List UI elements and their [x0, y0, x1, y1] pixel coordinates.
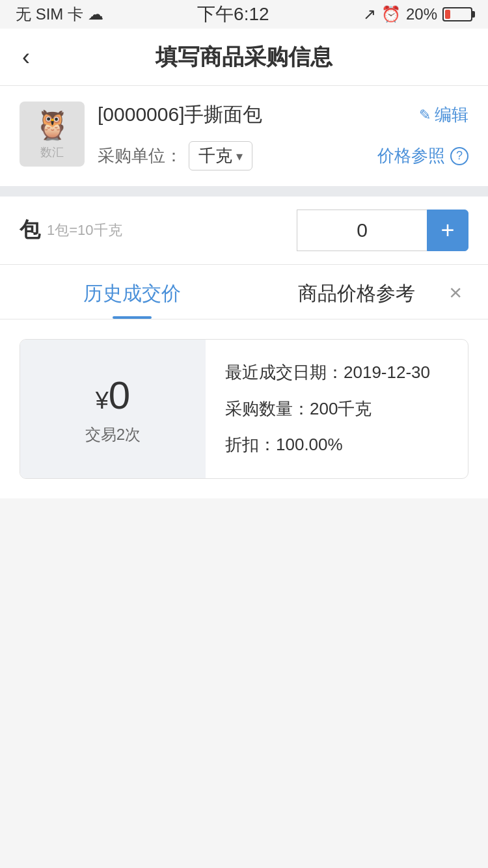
- dropdown-arrow-icon: ▾: [236, 148, 243, 164]
- status-time: 下午6:12: [197, 2, 269, 27]
- page-title: 填写商品采购信息: [156, 42, 332, 72]
- product-logo-label: 数汇: [40, 144, 64, 160]
- unit-row: 采购单位： 千克 ▾ 价格参照 ?: [98, 141, 468, 170]
- unit-selector[interactable]: 千克 ▾: [189, 141, 252, 170]
- recent-date-row: 最近成交日期：2019-12-30: [225, 359, 448, 387]
- quantity-control: 0 +: [297, 210, 468, 251]
- panel-section: 历史成交价 商品价格参考 × ¥0 交易2次 最近成交日期：2019-12-30…: [0, 265, 488, 498]
- purchase-quantity-value: 200千克: [310, 399, 372, 418]
- alarm-icon: ⏰: [381, 5, 401, 23]
- network-status: 无 SIM 卡 ☁: [16, 4, 103, 25]
- currency-symbol: ¥: [96, 387, 109, 414]
- unit-value: 千克: [198, 144, 232, 167]
- help-icon: ?: [450, 147, 468, 165]
- product-row: 🦉 数汇 [0000006]手撕面包 ✎ 编辑 采购单位： 千克 ▾: [20, 102, 468, 170]
- recent-date-value: 2019-12-30: [344, 362, 430, 382]
- quantity-section: 包 1包=10千克 0 +: [0, 197, 488, 265]
- panel-tabs: 历史成交价 商品价格参考 ×: [0, 265, 488, 319]
- price-ref-button[interactable]: 价格参照 ?: [377, 144, 468, 167]
- quantity-plus-button[interactable]: +: [427, 210, 468, 251]
- edit-button[interactable]: ✎ 编辑: [419, 103, 468, 126]
- discount-label: 折扣：: [225, 435, 276, 454]
- product-name: [0000006]手撕面包: [98, 102, 262, 128]
- thumb-inner: 🦉 数汇: [34, 108, 70, 160]
- page-background: [0, 498, 488, 868]
- edit-label: 编辑: [435, 103, 468, 126]
- section-divider: [0, 186, 488, 197]
- battery-icon: [442, 7, 472, 21]
- status-left: 无 SIM 卡 ☁: [16, 4, 103, 25]
- quantity-ratio: 1包=10千克: [47, 221, 122, 240]
- product-name-row: [0000006]手撕面包 ✎ 编辑: [98, 102, 468, 128]
- purchase-quantity-row: 采购数量：200千克: [225, 396, 448, 423]
- price-card-right: 最近成交日期：2019-12-30 采购数量：200千克 折扣：100.00%: [206, 340, 468, 478]
- status-bar: 无 SIM 卡 ☁ 下午6:12 ↗ ⏰ 20%: [0, 0, 488, 29]
- header: ‹ 填写商品采购信息: [0, 29, 488, 86]
- unit-label-text: 采购单位：: [98, 144, 182, 167]
- quantity-input[interactable]: 0: [297, 210, 427, 251]
- price-ref-label: 价格参照: [377, 144, 445, 167]
- tab-history-price[interactable]: 历史成交价: [20, 265, 244, 319]
- price-card: ¥0 交易2次 最近成交日期：2019-12-30 采购数量：200千克 折扣：…: [20, 339, 468, 479]
- price-amount: ¥0: [96, 373, 130, 418]
- recent-date-label: 最近成交日期：: [225, 362, 344, 382]
- panel-content: ¥0 交易2次 最近成交日期：2019-12-30 采购数量：200千克 折扣：…: [0, 319, 488, 498]
- price-transactions: 交易2次: [85, 424, 141, 445]
- purchase-quantity-label: 采购数量：: [225, 399, 310, 418]
- price-value: 0: [109, 373, 130, 417]
- unit-label: 采购单位： 千克 ▾: [98, 141, 252, 170]
- battery-percent: 20%: [406, 5, 437, 23]
- price-card-left: ¥0 交易2次: [20, 340, 206, 478]
- discount-row: 折扣：100.00%: [225, 431, 448, 459]
- product-info: [0000006]手撕面包 ✎ 编辑 采购单位： 千克 ▾ 价格参照 ?: [98, 102, 468, 170]
- quantity-label: 包 1包=10千克: [20, 216, 122, 245]
- quantity-unit: 包: [20, 216, 40, 245]
- discount-value: 100.00%: [276, 435, 343, 454]
- product-logo-icon: 🦉: [34, 108, 70, 142]
- back-button[interactable]: ‹: [16, 37, 36, 77]
- panel-close-button[interactable]: ×: [442, 273, 468, 311]
- tab-price-reference[interactable]: 商品价格参考: [244, 265, 468, 319]
- product-section: 🦉 数汇 [0000006]手撕面包 ✎ 编辑 采购单位： 千克 ▾: [0, 86, 488, 186]
- location-icon: ↗: [363, 5, 376, 23]
- status-right: ↗ ⏰ 20%: [363, 5, 472, 23]
- product-thumbnail: 🦉 数汇: [20, 102, 85, 167]
- edit-icon: ✎: [419, 107, 431, 124]
